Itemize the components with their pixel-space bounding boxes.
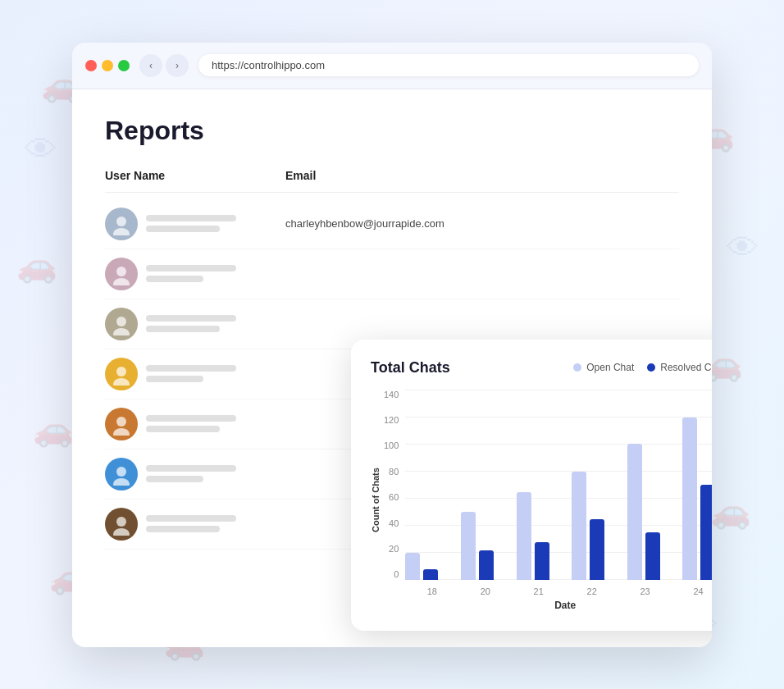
bars-container bbox=[405, 390, 712, 580]
name-placeholder bbox=[146, 415, 236, 422]
browser-window: ‹ › https://controlhippo.com Reports Use… bbox=[72, 43, 712, 647]
close-button[interactable] bbox=[85, 60, 97, 71]
avatar bbox=[105, 408, 138, 440]
resolved-chat-label: Resolved Chat bbox=[660, 362, 712, 373]
bar-resolved-24 bbox=[700, 485, 712, 580]
legend-open-chat: Open Chat bbox=[573, 362, 634, 373]
user-cell bbox=[105, 358, 285, 390]
x-axis-title: Date bbox=[405, 600, 712, 611]
y-axis: 140 120 100 80 60 40 20 0 bbox=[384, 390, 405, 603]
bar-resolved-20 bbox=[479, 550, 494, 580]
user-placeholder bbox=[146, 215, 236, 232]
user-placeholder bbox=[146, 315, 236, 332]
avatar bbox=[105, 508, 138, 541]
back-button[interactable]: ‹ bbox=[139, 54, 162, 77]
svg-point-6 bbox=[116, 367, 126, 376]
forward-button[interactable]: › bbox=[166, 54, 189, 77]
role-placeholder bbox=[146, 376, 203, 382]
bar-resolved-23 bbox=[645, 532, 660, 580]
legend-resolved-chat: Resolved Chat bbox=[647, 362, 712, 373]
avatar bbox=[105, 258, 138, 290]
chart-with-labels: Count of Chats 140 120 100 80 60 40 20 0 bbox=[371, 390, 712, 611]
chart-title: Total Chats bbox=[371, 359, 450, 376]
chart-area: 140 120 100 80 60 40 20 0 bbox=[384, 390, 712, 611]
role-placeholder bbox=[146, 476, 203, 482]
name-placeholder bbox=[146, 265, 236, 271]
avatar bbox=[105, 208, 138, 240]
role-placeholder bbox=[146, 426, 220, 432]
user-cell bbox=[105, 408, 285, 440]
user-cell bbox=[105, 208, 285, 240]
user-placeholder bbox=[146, 365, 236, 382]
svg-point-11 bbox=[113, 478, 130, 486]
name-placeholder bbox=[146, 465, 236, 472]
name-placeholder bbox=[146, 365, 236, 372]
svg-point-4 bbox=[116, 317, 126, 326]
user-placeholder bbox=[146, 515, 236, 532]
avatar bbox=[105, 358, 138, 390]
name-placeholder bbox=[146, 315, 236, 322]
bar-open-22 bbox=[572, 472, 586, 580]
y-axis-title: Count of Chats bbox=[371, 390, 381, 611]
user-placeholder bbox=[146, 265, 236, 282]
bar-open-18 bbox=[405, 553, 420, 580]
svg-point-0 bbox=[116, 217, 126, 226]
x-label-23: 23 bbox=[618, 586, 672, 596]
chart-body: 18 20 21 22 23 24 Date bbox=[405, 390, 712, 611]
table-row bbox=[105, 249, 679, 299]
bar-group-24 bbox=[682, 418, 712, 580]
svg-point-5 bbox=[113, 328, 130, 335]
chart-header: Total Chats Open Chat Resolved Chat bbox=[371, 359, 712, 376]
role-placeholder bbox=[146, 226, 220, 232]
email-column-header: Email bbox=[285, 169, 679, 182]
user-placeholder bbox=[146, 415, 236, 432]
bar-open-21 bbox=[517, 492, 531, 580]
bar-resolved-22 bbox=[590, 519, 604, 580]
bar-resolved-21 bbox=[535, 542, 549, 580]
x-label-18: 18 bbox=[405, 586, 458, 596]
name-placeholder bbox=[146, 515, 236, 522]
name-placeholder bbox=[146, 215, 236, 221]
bar-open-24 bbox=[682, 418, 697, 580]
browser-content: Reports User Name Email bbox=[72, 89, 712, 647]
bar-resolved-18 bbox=[423, 569, 438, 580]
svg-point-9 bbox=[113, 428, 130, 436]
user-cell bbox=[105, 508, 285, 541]
svg-point-2 bbox=[116, 267, 126, 276]
x-label-24: 24 bbox=[672, 586, 712, 596]
browser-titlebar: ‹ › https://controlhippo.com bbox=[72, 43, 712, 89]
minimize-button[interactable] bbox=[102, 60, 113, 71]
svg-point-10 bbox=[116, 467, 126, 477]
bar-open-23 bbox=[627, 444, 642, 580]
svg-point-8 bbox=[116, 417, 126, 427]
table-header: User Name Email bbox=[105, 169, 679, 193]
role-placeholder bbox=[146, 276, 203, 282]
x-axis: 18 20 21 22 23 24 bbox=[405, 580, 712, 596]
bar-group-18 bbox=[405, 553, 448, 580]
chart-inner: 140 120 100 80 60 40 20 0 bbox=[384, 390, 712, 611]
svg-point-1 bbox=[113, 228, 130, 235]
chart-legend: Open Chat Resolved Chat bbox=[573, 362, 712, 373]
email-cell: charleyhbenbow@jourrapide.com bbox=[285, 217, 679, 230]
role-placeholder bbox=[146, 326, 220, 332]
svg-point-7 bbox=[113, 378, 130, 386]
table-row: charleyhbenbow@jourrapide.com bbox=[105, 199, 679, 249]
maximize-button[interactable] bbox=[118, 60, 130, 71]
role-placeholder bbox=[146, 526, 220, 532]
user-cell bbox=[105, 458, 285, 491]
x-label-20: 20 bbox=[458, 586, 512, 596]
address-bar[interactable]: https://controlhippo.com bbox=[198, 54, 699, 76]
user-cell bbox=[105, 308, 285, 340]
open-chat-label: Open Chat bbox=[586, 362, 634, 373]
bar-group-22 bbox=[572, 472, 614, 580]
x-label-21: 21 bbox=[512, 586, 565, 596]
chart-overlay: Total Chats Open Chat Resolved Chat Coun… bbox=[351, 340, 712, 631]
nav-buttons: ‹ › bbox=[139, 54, 189, 77]
svg-point-3 bbox=[113, 278, 130, 285]
user-cell bbox=[105, 258, 285, 290]
username-column-header: User Name bbox=[105, 169, 285, 182]
bar-group-23 bbox=[627, 444, 670, 580]
avatar bbox=[105, 458, 138, 491]
avatar bbox=[105, 308, 138, 340]
open-chat-dot bbox=[573, 363, 581, 372]
